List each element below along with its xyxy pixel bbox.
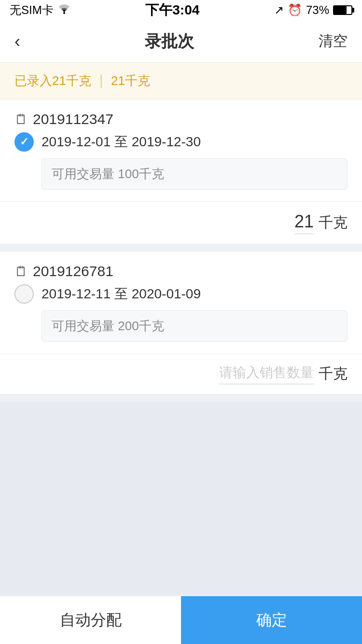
status-time: 下午3:04 [145, 1, 199, 19]
doc-icon-1: 🗒 [14, 112, 28, 127]
batch-2-qty-input-row[interactable]: 请输入销售数量 千克 [0, 353, 362, 394]
wifi-icon [57, 3, 71, 17]
content-area: 🗒 2019112347 2019-12-01 至 2019-12-30 可用交… [0, 99, 362, 643]
section-divider-1 [0, 244, 362, 252]
batch-2-available: 可用交易量 200千克 [42, 310, 348, 342]
section-divider-2 [0, 394, 362, 402]
batch-1-date-row[interactable]: 2019-12-01 至 2019-12-30 [14, 132, 348, 152]
batch-1-header: 🗒 2019112347 [14, 111, 348, 127]
sim-text: 无SIM卡 [10, 2, 54, 18]
recorded-label: 已录入21千克 [14, 72, 91, 89]
batch-item-1-inner: 🗒 2019112347 2019-12-01 至 2019-12-30 可用交… [0, 99, 362, 201]
batch-1-quantity[interactable]: 21 [294, 211, 314, 234]
auto-distribute-button[interactable]: 自动分配 [0, 596, 181, 644]
battery-icon [333, 5, 352, 15]
batch-item-1: 🗒 2019112347 2019-12-01 至 2019-12-30 可用交… [0, 99, 362, 244]
status-bar: 无SIM卡 下午3:04 ↗ ⏰ 73% [0, 0, 362, 20]
status-left: 无SIM卡 [10, 2, 71, 18]
batch-item-2-inner: 🗒 2019126781 2019-12-11 至 2020-01-09 可用交… [0, 252, 362, 353]
status-right: ↗ ⏰ 73% [274, 3, 352, 17]
batch-2-date-row[interactable]: 2019-12-11 至 2020-01-09 [14, 284, 348, 304]
batch-1-unit: 千克 [319, 213, 348, 233]
batch-2-radio[interactable] [14, 284, 34, 304]
alarm-icon: ⏰ [288, 3, 302, 17]
confirm-button[interactable]: 确定 [181, 596, 362, 644]
batch-1-id: 2019112347 [33, 111, 113, 127]
batch-item-2: 🗒 2019126781 2019-12-11 至 2020-01-09 可用交… [0, 252, 362, 394]
batch-2-id: 2019126781 [33, 263, 113, 280]
summary-value: 21千克 [111, 72, 150, 89]
batch-1-date: 2019-12-01 至 2019-12-30 [42, 133, 201, 151]
batch-1-radio[interactable] [14, 132, 34, 152]
batch-2-header: 🗒 2019126781 [14, 263, 348, 280]
summary-divider [101, 74, 101, 88]
batch-2-unit: 千克 [319, 364, 348, 384]
empty-area [0, 402, 362, 595]
batch-2-date: 2019-12-11 至 2020-01-09 [42, 285, 201, 303]
batch-1-qty-row: 21 千克 [0, 201, 362, 244]
doc-icon-2: 🗒 [14, 264, 28, 280]
nav-bar: ‹ 录批次 清空 [0, 20, 362, 63]
page-title: 录批次 [145, 30, 194, 53]
battery-percent: 73% [306, 3, 329, 17]
bottom-bar: 自动分配 确定 [0, 596, 362, 644]
batch-2-input-placeholder[interactable]: 请输入销售数量 [219, 364, 314, 384]
location-icon: ↗ [274, 3, 284, 17]
summary-bar: 已录入21千克 21千克 [0, 63, 362, 99]
svg-point-0 [63, 12, 65, 14]
clear-button[interactable]: 清空 [319, 31, 348, 51]
back-button[interactable]: ‹ [14, 31, 20, 52]
batch-1-available: 可用交易量 100千克 [42, 158, 348, 190]
